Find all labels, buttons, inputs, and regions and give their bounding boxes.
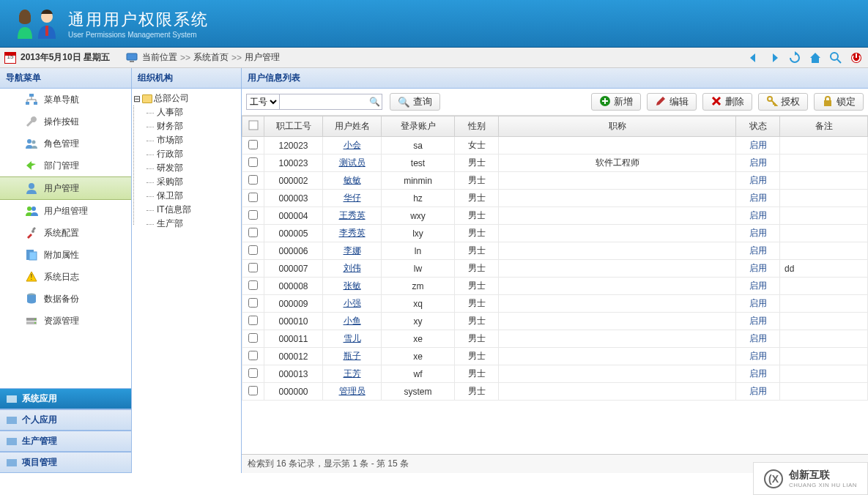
breadcrumb-item[interactable]: 用户管理 (245, 51, 280, 64)
table-row[interactable]: 000007 刘伟 lw 男士 启用 dd (242, 260, 868, 278)
tree-leaf[interactable]: 财务部 (146, 119, 240, 133)
back-icon[interactable] (746, 51, 761, 65)
column-header[interactable]: 用户姓名 (323, 116, 382, 137)
sidebar-item-wrench[interactable]: 操作按钮 (0, 111, 131, 133)
cell-name-link[interactable]: 李秀英 (339, 228, 366, 238)
sidebar-item-user[interactable]: 用户管理 (0, 176, 131, 200)
table-row[interactable]: 000006 李娜 ln 男士 启用 (242, 242, 868, 260)
cell-state[interactable]: 启用 (749, 316, 767, 326)
cell-state[interactable]: 启用 (749, 157, 767, 168)
filter-combo[interactable]: 工号 🔍 (246, 94, 382, 110)
plus-button[interactable]: 新增 (591, 93, 641, 111)
lock-button[interactable]: 锁定 (814, 93, 864, 111)
forward-icon[interactable] (767, 51, 782, 65)
cell-state[interactable]: 启用 (749, 210, 767, 220)
sidebar-item-sitemap[interactable]: 菜单导航 (0, 89, 131, 111)
row-checkbox[interactable] (248, 316, 258, 325)
sidebar-item-usergroup[interactable]: 用户组管理 (0, 200, 131, 222)
cell-name-link[interactable]: 瓶子 (344, 351, 361, 361)
sidebar-item-warn[interactable]: !系统日志 (0, 266, 131, 288)
column-header[interactable]: 性别 (455, 116, 499, 137)
column-header[interactable]: 状态 (736, 116, 780, 137)
row-checkbox[interactable] (248, 193, 258, 202)
cell-name-link[interactable]: 敏敏 (344, 175, 361, 185)
cell-state[interactable]: 启用 (749, 193, 767, 203)
pencil-button[interactable]: 编辑 (647, 93, 697, 111)
cell-name-link[interactable]: 小强 (344, 298, 361, 308)
column-header[interactable]: 备注 (780, 116, 868, 137)
cell-state[interactable]: 启用 (749, 368, 767, 379)
table-row[interactable]: 000009 小强 xq 男士 启用 (242, 295, 868, 313)
row-checkbox[interactable] (248, 157, 258, 167)
cell-state[interactable]: 启用 (749, 280, 767, 291)
sidebar-item-db[interactable]: 数据备份 (0, 288, 131, 310)
sidebar-item-tools[interactable]: 系统配置 (0, 222, 131, 244)
column-header[interactable]: 职工工号 (264, 116, 323, 137)
magnifier-icon[interactable]: 🔍 (367, 94, 382, 109)
column-header[interactable]: 职称 (499, 116, 736, 137)
row-checkbox[interactable] (248, 140, 258, 149)
tree-leaf[interactable]: IT信息部 (146, 203, 240, 217)
table-row[interactable]: 000004 王秀英 wxy 男士 启用 (242, 207, 868, 225)
refresh-icon[interactable] (787, 51, 802, 65)
cell-name-link[interactable]: 管理员 (339, 386, 366, 396)
table-row[interactable]: 120023 小会 sa 女士 启用 (242, 137, 868, 155)
tree-leaf[interactable]: 采购部 (146, 175, 240, 189)
cell-name-link[interactable]: 王秀英 (339, 210, 366, 220)
table-row[interactable]: 000010 小鱼 xy 男士 启用 (242, 313, 868, 330)
cell-name-link[interactable]: 张敏 (344, 280, 361, 291)
cell-state[interactable]: 启用 (749, 175, 767, 185)
cell-state[interactable]: 启用 (749, 140, 767, 150)
cell-state[interactable]: 启用 (749, 351, 767, 361)
tree-leaf[interactable]: 研发部 (146, 161, 240, 175)
tree-leaf[interactable]: 保卫部 (146, 189, 240, 203)
search-button[interactable]: 🔍 查询 (390, 93, 440, 111)
cell-state[interactable]: 启用 (749, 333, 767, 343)
cell-state[interactable]: 启用 (749, 245, 767, 256)
sidebar-item-attr[interactable]: 附加属性 (0, 244, 131, 266)
column-header[interactable]: 登录账户 (382, 116, 455, 137)
breadcrumb-item[interactable]: 系统首页 (193, 51, 229, 64)
search-icon[interactable] (828, 51, 843, 65)
nav-section[interactable]: 生产管理 (0, 431, 131, 452)
cell-name-link[interactable]: 华仔 (344, 193, 361, 203)
tree-root[interactable]: ⊟ 总部公司 (133, 92, 240, 105)
table-row[interactable]: 000003 华仔 hz 男士 启用 (242, 190, 868, 207)
filter-field-select[interactable]: 工号 (247, 94, 279, 109)
sidebar-item-users[interactable]: 角色管理 (0, 133, 131, 155)
table-row[interactable]: 000012 瓶子 xe 男士 启用 (242, 348, 868, 365)
cell-name-link[interactable]: 小会 (344, 140, 361, 150)
nav-section[interactable]: 个人应用 (0, 409, 131, 431)
column-header[interactable] (242, 116, 264, 137)
sidebar-item-disk[interactable]: 资源管理 (0, 310, 131, 332)
sidebar-item-dept[interactable]: 部门管理 (0, 155, 131, 176)
home-icon[interactable] (808, 51, 823, 65)
table-row[interactable]: 000005 李秀英 lxy 男士 启用 (242, 225, 868, 242)
row-checkbox[interactable] (248, 210, 258, 220)
cell-state[interactable]: 启用 (749, 228, 767, 238)
tree-leaf[interactable]: 生产部 (146, 217, 240, 231)
tree-leaf[interactable]: 行政部 (146, 147, 240, 161)
tree-toggle-icon[interactable]: ⊟ (133, 94, 141, 104)
row-checkbox[interactable] (248, 386, 258, 395)
key-button[interactable]: 授权 (758, 93, 808, 111)
row-checkbox[interactable] (248, 298, 258, 308)
cell-name-link[interactable]: 雪儿 (344, 333, 361, 343)
table-row[interactable]: 100023 测试员 test 男士 软件工程师 启用 (242, 155, 868, 172)
table-row[interactable]: 000011 雪儿 xe 男士 启用 (242, 330, 868, 348)
nav-section[interactable]: 系统应用 (0, 388, 131, 409)
cell-name-link[interactable]: 李娜 (344, 245, 361, 256)
tree-leaf[interactable]: 市场部 (146, 133, 240, 147)
row-checkbox[interactable] (248, 228, 258, 237)
power-icon[interactable] (849, 51, 864, 65)
row-checkbox[interactable] (248, 351, 258, 360)
x-button[interactable]: 删除 (702, 93, 752, 111)
row-checkbox[interactable] (248, 333, 258, 343)
row-checkbox[interactable] (248, 263, 258, 272)
cell-state[interactable]: 启用 (749, 263, 767, 273)
cell-name-link[interactable]: 刘伟 (344, 263, 361, 273)
filter-input[interactable] (279, 94, 367, 109)
nav-section[interactable]: 项目管理 (0, 452, 131, 473)
row-checkbox[interactable] (248, 245, 258, 255)
table-row[interactable]: 000008 张敏 zm 男士 启用 (242, 278, 868, 295)
